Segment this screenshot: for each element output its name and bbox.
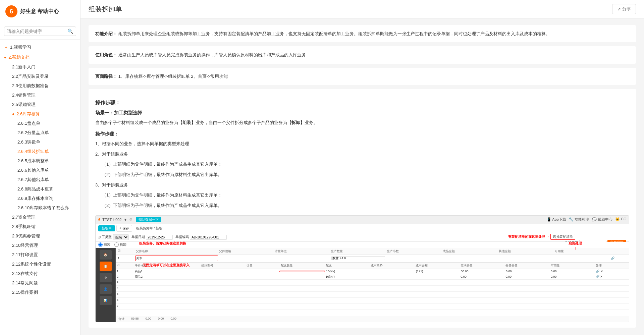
mock-upper-header: ☑ 父件名称 父件规格 计量单位 生产数量 生产小数 成品金额 其他金额 可用量: [116, 248, 629, 255]
sidebar-item-adjust[interactable]: 2.6.3调拨单: [13, 137, 80, 147]
mock-annotation4: 无固定清单可以在这里直接录入: [143, 263, 190, 268]
role-block: 使用角色： 通常由生产人员或库管人员完成拆装业务的操作，库管人员确认原材料的出库…: [89, 46, 636, 63]
step-2: 2、对于组装业务: [95, 150, 629, 159]
sidebar-item-docs[interactable]: ● 2.帮助文档: [0, 52, 80, 62]
sidebar-item-newbie[interactable]: 2.1新手入门: [8, 62, 80, 72]
mock-field-date: 单据日期: [131, 235, 173, 240]
scenario1-desc: 当由多个子件材料组装成一个成品的业务为【组装】业务，当由一个父件拆分成多个子产品…: [95, 119, 629, 127]
sidebar-item-cost-calc[interactable]: 2.6.8商品成本重算: [13, 184, 80, 194]
sidebar-item-data[interactable]: 2.3使用前数据准备: [8, 81, 80, 91]
mock-lower-row-4: 4: [116, 286, 629, 292]
sidebar-item-split[interactable]: 2.6.2分量盘点单: [13, 128, 80, 137]
sidebar-item-personalize[interactable]: 2.12系统个性化设置: [8, 260, 80, 269]
sidebar-item-other-out[interactable]: 2.6.7其他出库单: [13, 175, 80, 184]
role-label: 使用角色：: [95, 52, 117, 57]
footer-amount2: 0.00: [146, 317, 152, 321]
sidebar-item-faq[interactable]: 2.14常见问题: [8, 278, 80, 288]
mock-browser-bar: 6 TEST-H002 ▼ ⚙ 找到数据一下 📱 App下载 🔧 功能检测 💬 …: [96, 216, 629, 224]
sidebar-item-assembly[interactable]: 2.6.4组装拆卸单: [13, 147, 80, 156]
mock-main-tables: ☑ 父件名称 父件规格 计量单位 生产数量 生产小数 成品金额 其他金额 可用量: [116, 248, 629, 322]
mock-field-code: 单据编码: [175, 235, 227, 240]
nav-docs-children: 2.1新手入门 2.2产品安装及登录 2.3使用前数据准备 2.4销售管理 2.…: [0, 62, 80, 297]
mock-breadcrumb-inner: 组装拆卸单 / 新增: [136, 226, 162, 231]
mock-settings-icon: ⚙: [129, 217, 132, 222]
mock-icon-chart[interactable]: 📊: [100, 296, 112, 305]
sidebar-item-purchase[interactable]: 2.5采购管理: [8, 100, 80, 109]
mock-new-btn[interactable]: 找到数据一下: [136, 217, 161, 222]
sidebar-item-label: 2.帮助文档: [8, 54, 30, 60]
mock-icon-table[interactable]: 📋: [100, 262, 112, 271]
ops-content: 操作步骤： 场景一：加工类型选择 当由多个子件材料组装成一个成品的业务为【组装】…: [89, 89, 636, 328]
inventory-sub-list: 2.6.1盘点单 2.6.2分量盘点单 2.6.3调拨单 2.6.4组装拆卸单 …: [8, 119, 80, 213]
sidebar-item-sales[interactable]: 2.4销售管理: [8, 91, 80, 100]
search-box[interactable]: 🔍: [4, 26, 76, 36]
sidebar-item-video[interactable]: ＋ 1.视频学习: [0, 42, 80, 52]
intro-text: 组装拆卸单用来处理企业组装或拆卸等加工业务，支持有固定装配清单的产品加工业务，也…: [118, 31, 550, 36]
step-3-1: （1）上部明细为父件明细，最终作为原材料生成其它出库单；: [95, 191, 629, 200]
mock-icon-home[interactable]: 🏠: [100, 250, 112, 260]
screenshot-mockup: 6 TEST-H002 ▼ ⚙ 找到数据一下 📱 App下载 🔧 功能检测 💬 …: [95, 215, 629, 322]
sidebar-item-operation[interactable]: 2.10经营管理: [8, 241, 80, 250]
sidebar-item-online-pay[interactable]: 2.13在线支付: [8, 269, 80, 278]
sidebar-item-print[interactable]: 2.11打印设置: [8, 250, 80, 260]
mock-lower-row-7: 7: [116, 304, 629, 310]
mock-annotation3: 启用处理 ↓: [569, 241, 582, 250]
mock-annotation2: 组装业务、拆卸业务在这里切换: [139, 241, 186, 246]
footer-total-label: 合计: [118, 317, 124, 321]
mock-annotation1: 有装配清单的在这里处理 → 选择装配清单: [508, 234, 575, 240]
step-2-2: （2）下部明细为子件明细，最终作为原材料生成其它出库单。: [95, 171, 629, 179]
mock-tables-area: 🏠 📋 ⚙ 👤 📊 ☑ 父件名称 父件规格: [96, 248, 629, 322]
sidebar-item-other-in[interactable]: 2.6.6其他入库单: [13, 166, 80, 175]
sidebar-item-inventory[interactable]: ● 2.6库存核算: [8, 109, 80, 119]
sidebar-item-cost[interactable]: 2.6.5成本调整单: [13, 156, 80, 166]
step-2-1: （1）上部明细为父件明细，最终作为产成品生成其它入库单；: [95, 160, 629, 169]
expand-icon: ＋: [4, 45, 8, 50]
step-3-2: （2）下部明细为子件明细，最终作为产成品生成其它入库单。: [95, 202, 629, 210]
footer-amount3: 0.00: [158, 317, 164, 321]
mock-radio-assemble[interactable]: 组装: [98, 242, 110, 247]
mock-test-code: TEST-H002: [102, 218, 121, 222]
annotation2-label: 组装业务、拆卸业务在这里切换: [139, 241, 186, 246]
mock-footer-totals: 合计 89.88 0.00 0.00 0.00: [116, 316, 629, 322]
role-text: 通常由生产人员或库管人员完成拆装业务的操作，库管人员确认原材料的出库和产成品的入…: [118, 52, 306, 57]
sidebar-item-stocktake[interactable]: 2.6.1盘点单: [13, 119, 80, 128]
mock-lower-table: ☑ 子件名称 规格型号 计量 配比数量 配比 成本单价 成本金额 需求分量 分量…: [116, 263, 629, 316]
share-icon: ↗: [617, 7, 621, 12]
sidebar-item-stock-check[interactable]: 2.6.9库存账本查询: [13, 194, 80, 203]
sidebar-item-finance[interactable]: 2.7资金管理: [8, 213, 80, 222]
mock-icon-settings[interactable]: ⚙: [100, 273, 112, 282]
search-input[interactable]: [7, 29, 67, 34]
mock-code-input[interactable]: [190, 235, 227, 240]
mock-tab-active[interactable]: 新增单: [98, 225, 115, 231]
mock-dropdown-icon: ▼: [124, 218, 127, 222]
footer-amount1: 89.88: [131, 317, 139, 321]
path-block: 页面路径： 1、库存核算->库存管理->组装拆卸单 2、首页->常用功能: [89, 68, 636, 85]
mock-date-input[interactable]: [146, 235, 173, 240]
nav-list: ＋ 1.视频学习 ● 2.帮助文档 2.1新手入门 2.2产品安装及登录 2.3…: [0, 40, 80, 335]
mock-radio-disassemble[interactable]: 拆卸: [114, 242, 126, 247]
step-1: 1、根据不同的业务，选择不同单据的类型来处理: [95, 140, 629, 148]
mock-assembly-btn[interactable]: 选择装配清单: [550, 234, 575, 240]
mock-qty-input[interactable]: [331, 256, 385, 260]
sidebar: 6 好生意 帮助中心 🔍 ＋ 1.视频学习 ● 2.帮助文档 2.1新手入门 2…: [0, 0, 80, 335]
share-label: 分享: [622, 6, 631, 12]
sidebar-item-coupon[interactable]: 2.9优惠券管理: [8, 231, 80, 241]
sidebar-item-stock-error[interactable]: 2.6.10库存账本错了怎么办: [13, 203, 80, 213]
sidebar-item-install[interactable]: 2.2产品安装及登录: [8, 72, 80, 81]
content-area: 功能介绍： 组装拆卸单用来处理企业组装或拆卸等加工业务，支持有固定装配清单的产品…: [80, 18, 644, 335]
sidebar-item-cases[interactable]: 2.15操作案例: [8, 288, 80, 297]
collapse-icon: ●: [4, 55, 6, 60]
mock-icon-user[interactable]: 👤: [100, 284, 112, 294]
mock-type-select[interactable]: 组装 拆卸: [113, 234, 129, 240]
search-icon[interactable]: 🔍: [67, 29, 73, 34]
mock-upper-row-1: 1 关木 🔗: [116, 255, 629, 262]
mock-type-area: 组装 拆卸 组装业务、拆卸业务在这里切换 启用处理 ↓: [96, 242, 629, 248]
sidebar-item-mobile[interactable]: 2.8手机旺铺: [8, 222, 80, 231]
mock-lower-header: ☑ 子件名称 规格型号 计量 配比数量 配比 成本单价 成本金额 需求分量 分量…: [116, 263, 629, 269]
steps-list: 1、根据不同的业务，选择不同单据的类型来处理 2、对于组装业务 （1）上部明细为…: [95, 140, 629, 210]
share-button[interactable]: ↗ 分享: [612, 4, 636, 14]
mock-tab-save[interactable]: + 保存: [116, 225, 132, 232]
annotation3-label: 启用处理: [569, 241, 582, 246]
mock-lower-row-6: 6: [116, 298, 629, 304]
step-3: 3、对于拆装业务: [95, 181, 629, 189]
